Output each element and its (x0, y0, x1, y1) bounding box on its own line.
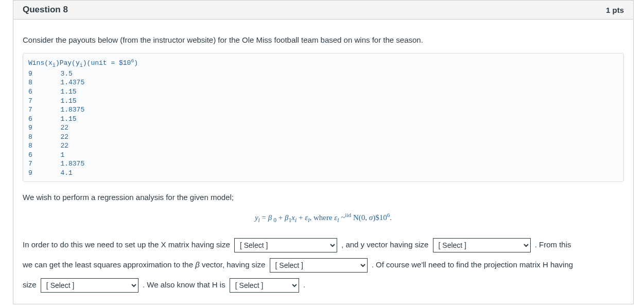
flow-text-5: . Of course we'll need to find the proje… (372, 260, 573, 269)
flow-text-4b: vector, having size (200, 260, 266, 269)
flow-text-4: we can get the least squares approximati… (23, 260, 195, 269)
select-beta-size[interactable]: [ Select ] (270, 258, 368, 273)
flow-text-7: . We also know that H is (143, 280, 225, 289)
model-formula: yi = β 0 + β1xi + εi, where εi ~iid N(0,… (23, 211, 624, 225)
select-h-property[interactable]: [ Select ] (230, 278, 299, 293)
question-header: Question 8 1 pts (13, 0, 634, 19)
select-x-matrix-size[interactable]: [ Select ] (234, 238, 337, 252)
select-y-vector-size[interactable]: [ Select ] (433, 238, 531, 252)
answer-flow: In order to do this we need to set up th… (23, 234, 624, 295)
flow-text-3: . From this (535, 240, 571, 249)
flow-text-2: , and y vector having size (341, 240, 428, 249)
question-title: Question 8 (23, 5, 68, 15)
intro-text: Consider the payouts below (from the ins… (23, 34, 624, 46)
flow-text-1: In order to do this we need to set up th… (23, 240, 230, 249)
question-points: 1 pts (606, 6, 624, 14)
flow-text-6: size (23, 280, 37, 289)
regression-line: We wish to perform a regression analysis… (23, 191, 624, 203)
select-h-size[interactable]: [ Select ] (41, 278, 138, 293)
flow-text-8: . (303, 280, 305, 289)
question-body: Consider the payouts below (from the ins… (13, 19, 634, 304)
payout-data-block: Wins(xi)Pay(yi)(unit = $106) 9 3.5 8 1.4… (23, 53, 624, 182)
